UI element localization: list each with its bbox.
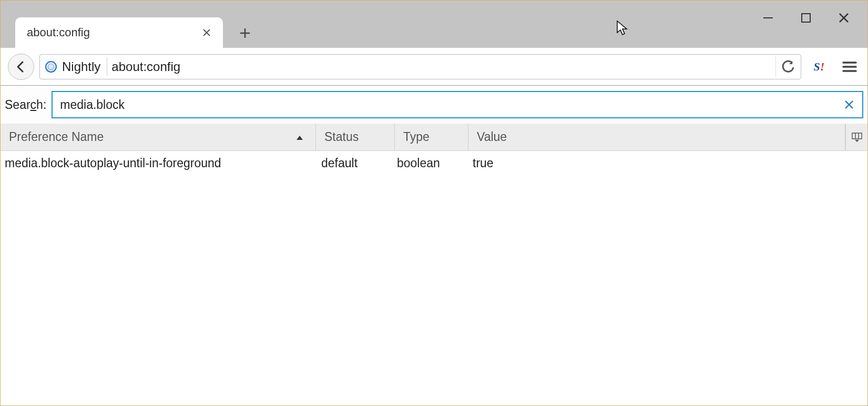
extension-icon: S! — [814, 60, 825, 74]
tab-title: about:config — [27, 26, 200, 39]
back-button[interactable] — [8, 54, 34, 80]
search-box — [52, 91, 863, 118]
url-bar[interactable]: Nightly about:config — [39, 54, 801, 79]
table-header: Preference Name Status Type Value — [1, 124, 867, 151]
tab-about-config[interactable]: about:config — [15, 17, 223, 48]
column-header-type-label: Type — [403, 130, 430, 144]
identity-box[interactable]: Nightly — [45, 57, 107, 76]
column-header-value[interactable]: Value — [468, 124, 845, 150]
new-tab-button[interactable] — [234, 23, 256, 44]
pref-value-cell: true — [468, 156, 867, 170]
table-row[interactable]: media.block-autoplay-until-in-foreground… — [1, 151, 867, 176]
column-header-name[interactable]: Preference Name — [1, 124, 316, 150]
nav-toolbar: Nightly about:config S! — [1, 48, 867, 86]
preferences-table: Preference Name Status Type Value media.… — [1, 124, 867, 176]
url-text: about:config — [111, 59, 771, 74]
hamburger-icon — [842, 60, 857, 73]
reload-button[interactable] — [775, 56, 796, 77]
titlebar: about:config — [1, 1, 867, 48]
pref-name-cell: media.block-autoplay-until-in-foreground — [1, 156, 316, 170]
extension-button[interactable]: S! — [806, 54, 832, 79]
pref-type-cell: boolean — [395, 156, 468, 170]
globe-icon — [45, 61, 57, 73]
window-controls — [760, 1, 867, 26]
menu-button[interactable] — [837, 54, 862, 79]
column-header-value-label: Value — [477, 130, 507, 144]
column-header-type[interactable]: Type — [395, 124, 468, 150]
svg-rect-1 — [802, 14, 810, 22]
column-picker-icon — [852, 133, 862, 142]
sort-ascending-icon — [295, 130, 304, 144]
config-search-row: Search: — [1, 86, 867, 124]
pref-status-cell: default — [316, 156, 395, 170]
minimize-button[interactable] — [760, 10, 776, 26]
maximize-button[interactable] — [798, 10, 814, 26]
column-picker-button[interactable] — [845, 124, 867, 150]
search-label: Search: — [5, 98, 46, 112]
column-header-status-label: Status — [324, 130, 359, 144]
column-header-name-label: Preference Name — [9, 130, 104, 144]
close-window-button[interactable] — [836, 10, 852, 26]
clear-search-button[interactable] — [841, 97, 857, 113]
search-input[interactable] — [60, 98, 841, 112]
svg-rect-13 — [852, 133, 862, 139]
tab-close-button[interactable] — [200, 26, 213, 39]
column-header-status[interactable]: Status — [316, 124, 395, 150]
identity-label: Nightly — [62, 59, 100, 74]
tab-strip: about:config — [1, 15, 256, 48]
